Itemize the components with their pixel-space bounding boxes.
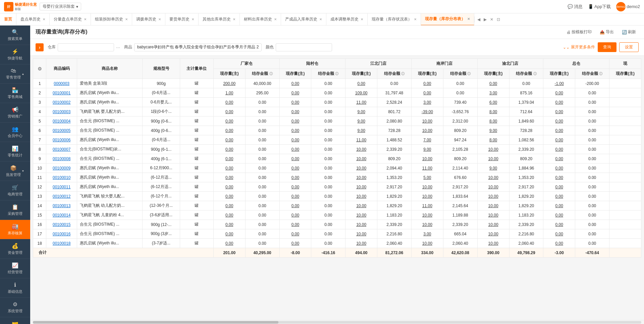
cell-c5-qty[interactable]: 6.00 — [477, 98, 509, 107]
tab-stock-distribution[interactable]: 现存量（库存分布表） ✕ — [421, 13, 474, 26]
cell-c1-qty[interactable]: 0.00 — [213, 117, 245, 126]
sidebar-item-members[interactable]: 👥 会员中心 — [0, 123, 30, 142]
cell-c4-qty[interactable]: -39.00 — [411, 107, 443, 117]
color-input[interactable] — [276, 43, 332, 51]
cell-c1-qty[interactable]: 0.00 — [213, 192, 245, 201]
settings-icon[interactable]: ⚙ — [38, 66, 42, 72]
nav-next-icon[interactable]: ▶ — [482, 16, 488, 22]
info-icon[interactable]: ⓘ — [335, 72, 338, 76]
cell-c1-qty[interactable]: 0.00 — [213, 173, 245, 182]
cell-c3-qty[interactable]: 10.00 — [345, 192, 377, 201]
close-icon[interactable]: ✕ — [319, 17, 322, 21]
cell-c5-qty[interactable]: 3.00 — [477, 88, 509, 98]
cell-c1-qty[interactable]: 0.00 — [213, 135, 245, 145]
cell-c3-qty[interactable]: 10.00 — [345, 182, 377, 192]
info-icon[interactable]: ⓘ — [269, 72, 273, 76]
close-icon[interactable]: ✕ — [43, 17, 45, 21]
cell-c1-qty[interactable]: 0.00 — [213, 239, 245, 248]
cell-c3-qty[interactable]: 109.00 — [345, 88, 377, 98]
sidebar-item-system[interactable]: ⚙ 系统管理 — [0, 298, 30, 317]
tab-assembly-history[interactable]: 组装拆卸单历史 ✕ — [91, 13, 132, 26]
cell-c5-qty[interactable]: 10.00 — [477, 239, 509, 248]
nav-prev-icon[interactable]: ◀ — [476, 16, 482, 22]
nav-close-icon[interactable]: ✕ — [489, 16, 495, 22]
settings-button[interactable]: 设置 — [619, 42, 639, 52]
cell-c5-qty[interactable]: 10.00 — [477, 145, 509, 154]
sidebar-item-inventory[interactable]: 🏭 库存核算 — [0, 220, 30, 239]
cell-c3-qty[interactable]: 9.00 — [345, 117, 377, 126]
cell-c3-qty[interactable]: 10.00 — [345, 220, 377, 229]
cell-c1-qty[interactable]: 0.00 — [213, 220, 245, 229]
nav-expand-icon[interactable]: ⊡ — [495, 16, 501, 22]
close-icon[interactable]: ✕ — [361, 17, 363, 21]
cell-c5-qty[interactable]: 10.00 — [477, 229, 509, 239]
cell-c5-qty[interactable]: 10.00 — [477, 220, 509, 229]
close-icon[interactable]: ✕ — [192, 17, 194, 21]
cell-c1-qty[interactable]: 0.00 — [213, 98, 245, 107]
cell-c3-qty[interactable]: 0.00 — [345, 79, 377, 88]
cell-c1-qty[interactable]: 200.00 — [213, 79, 245, 88]
sidebar-item-marketing[interactable]: 📢 营销推广 — [0, 103, 30, 123]
store-selector[interactable]: 母婴行业演示陈套 ▾ — [40, 3, 81, 10]
cell-c5-qty[interactable]: 10.00 — [477, 154, 509, 164]
tab-cost-history[interactable]: 成本调整单历史 ✕ — [326, 13, 368, 26]
cell-c3-qty[interactable]: 10.00 — [345, 164, 377, 173]
sidebar-item-purchase[interactable]: 📋 采购管理 — [0, 200, 30, 220]
sidebar-item-ecommerce[interactable]: 🛒 电商管理 — [0, 181, 30, 200]
tab-order-history[interactable]: 要货单历史 ✕ — [165, 13, 199, 26]
cell-c3-qty[interactable]: 10.00 — [345, 211, 377, 220]
export-button[interactable]: 📤 导出 — [597, 28, 616, 36]
cell-c1-qty[interactable]: 0.00 — [213, 211, 245, 220]
horizontal-scrollbar[interactable] — [30, 320, 644, 324]
cell-c3-qty[interactable]: 10.00 — [345, 154, 377, 164]
sidebar-item-wholesale[interactable]: 📦 批发管理 ▼ — [0, 161, 30, 181]
cell-c3-qty[interactable]: 9.00 — [345, 126, 377, 135]
cell-c1-qty[interactable]: 0.00 — [213, 154, 245, 164]
cell-c1-qty[interactable]: 1.00 — [213, 88, 245, 98]
close-icon[interactable]: ✕ — [125, 17, 128, 21]
cell-c5-qty[interactable]: 10.00 — [477, 192, 509, 201]
cell-c3-qty[interactable]: 10.00 — [345, 229, 377, 239]
cell-c1-qty[interactable]: 0.00 — [213, 229, 245, 239]
cell-c1-qty[interactable]: 0.00 — [213, 201, 245, 211]
cell-c5-qty[interactable]: 8.00 — [477, 135, 509, 145]
tab-outbound-history[interactable]: 其他出库单历史 ✕ — [199, 13, 240, 26]
tab-transfer-history[interactable]: 调拨单历史 ✕ — [132, 13, 165, 26]
cell-c3-qty[interactable]: 10.00 — [345, 201, 377, 211]
print-button[interactable]: 🖨 按模板打印 — [564, 28, 594, 36]
cell-c5-qty[interactable]: 9.00 — [477, 126, 509, 135]
expand-conditions-button[interactable]: ⌄⌄ 展开更多条件 — [563, 42, 595, 52]
close-icon[interactable]: ✕ — [233, 17, 235, 21]
search-button[interactable]: 查询 — [598, 42, 616, 52]
cell-c1-qty[interactable]: 0.00 — [213, 145, 245, 154]
sidebar-item-retail-mall[interactable]: 🏪 零售商城 — [0, 84, 30, 103]
cell-c5-qty[interactable]: 9.00 — [477, 164, 509, 173]
cell-c5-qty[interactable]: 10.00 — [477, 201, 509, 211]
sidebar-item-finance[interactable]: 💰 资金管理 — [0, 239, 30, 259]
tab-inventory-history[interactable]: 盘点单历史 ✕ — [16, 13, 50, 26]
cell-c5-qty[interactable]: 10.00 — [477, 182, 509, 192]
sidebar-item-retail-mgmt[interactable]: 🛍 零售管理 ▲ — [0, 64, 30, 84]
tab-product-history[interactable]: 产成品入库单历史 ✕ — [281, 13, 326, 26]
cell-c5-qty[interactable]: 8.00 — [477, 107, 509, 117]
info-icon[interactable]: ⓘ — [599, 72, 602, 76]
cell-c5-qty[interactable]: 10.00 — [477, 173, 509, 182]
close-icon[interactable]: ✕ — [84, 17, 87, 21]
expand-button[interactable]: › — [36, 43, 44, 51]
warehouse-input[interactable] — [58, 43, 114, 51]
cell-c1-qty[interactable]: 0.00 — [213, 182, 245, 192]
cell-c5-qty[interactable]: 8.00 — [477, 117, 509, 126]
info-icon[interactable]: ⓘ — [467, 72, 471, 76]
cell-c3-qty[interactable]: 11.00 — [345, 98, 377, 107]
info-icon[interactable]: ⓘ — [533, 72, 537, 76]
refresh-button[interactable]: 🔄 刷新 — [619, 28, 639, 36]
cell-c3-qty[interactable]: 10.00 — [345, 239, 377, 248]
th-gear[interactable]: ⚙ — [33, 59, 46, 79]
tab-stock-status[interactable]: 现存量（库存状况表） ✕ — [368, 13, 421, 26]
sidebar-item-business[interactable]: 📈 经营管理 — [0, 259, 30, 278]
sidebar-item-search[interactable]: 🔍 搜索英单 — [0, 26, 30, 45]
sidebar-item-nav[interactable]: ⚡ 快捷导航 — [0, 45, 30, 64]
cell-t-qty[interactable]: -1.00 — [543, 79, 575, 88]
user-profile[interactable]: demo2 demo2 — [616, 2, 640, 11]
sidebar-item-retail-stats[interactable]: 📊 零售统计 — [0, 142, 30, 161]
